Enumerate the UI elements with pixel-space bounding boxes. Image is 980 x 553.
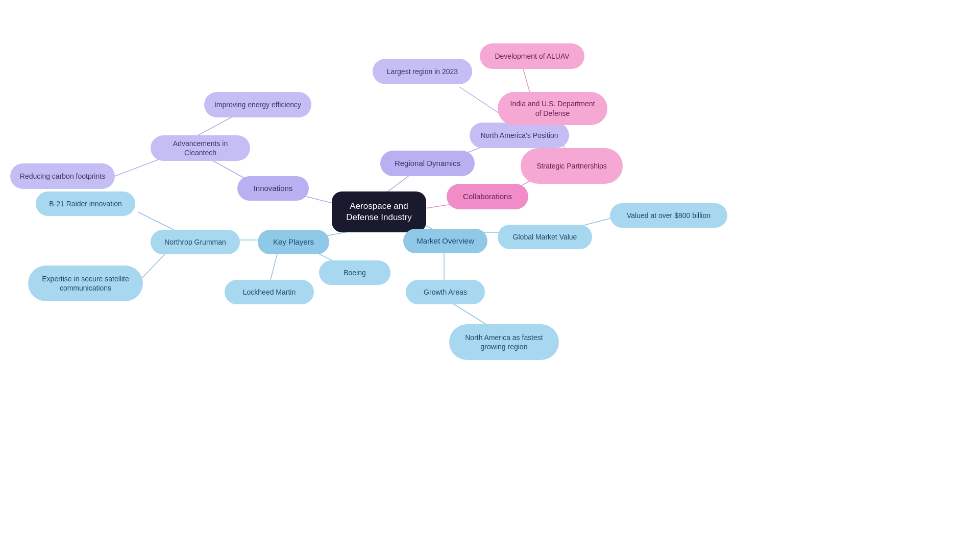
svg-line-15 xyxy=(271,250,278,280)
satellite-comms-node: Expertise in secure satellite communicat… xyxy=(28,266,143,301)
regional-dynamics-node: Regional Dynamics xyxy=(380,151,475,176)
collaborations-node: Collaborations xyxy=(447,184,528,209)
global-market-value-node: Global Market Value xyxy=(498,225,592,249)
reducing-carbon-node: Reducing carbon footprints xyxy=(10,163,115,189)
northrop-grumman-node: Northrop Grumman xyxy=(151,230,240,254)
north-america-position-node: North America's Position xyxy=(470,123,569,148)
key-players-node: Key Players xyxy=(258,230,329,254)
north-america-fastest-growing-node: North America as fastest growing region xyxy=(449,324,559,360)
svg-line-13 xyxy=(138,212,174,230)
lockheed-martin-node: Lockheed Martin xyxy=(225,280,314,304)
center-node: Aerospace and Defense Industry xyxy=(332,191,426,232)
boeing-node: Boeing xyxy=(319,260,390,285)
strategic-partnerships-node: Strategic Partnerships xyxy=(521,148,623,184)
largest-region-node: Largest region in 2023 xyxy=(373,59,472,84)
b21-raider-node: B-21 Raider innovation xyxy=(36,191,135,216)
innovations-node: Innovations xyxy=(237,176,309,201)
market-overview-node: Market Overview xyxy=(403,229,487,253)
growth-areas-node: Growth Areas xyxy=(406,280,485,304)
development-aluav-node: Development of ALUAV xyxy=(480,43,584,69)
valued-800-billion-node: Valued at over $800 billion xyxy=(610,203,727,228)
india-us-node: India and U.S. Department of Defense xyxy=(498,92,607,125)
advancements-cleantech-node: Advancements in Cleantech xyxy=(151,135,250,161)
improving-energy-node: Improving energy efficiency xyxy=(204,92,311,117)
